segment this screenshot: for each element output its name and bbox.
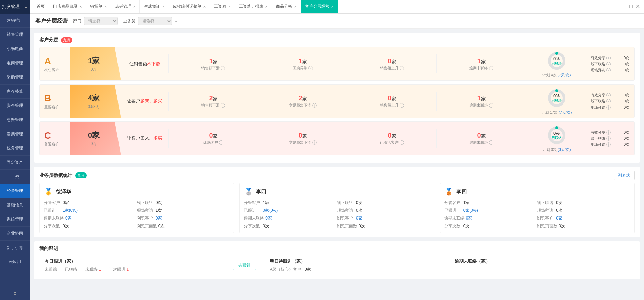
tier-slogan-C: 让客户回来、多买 [121, 122, 168, 155]
sales-select[interactable]: 请选择 [138, 17, 172, 25]
sidebar-item-税务管理[interactable]: 税务管理 [0, 141, 30, 156]
metric-销售额下滑[interactable]: 1家 销售额下滑 i [168, 54, 258, 73]
sp-stat-分享次数: 分享次数0次 [44, 223, 137, 229]
today-followup-col: 今日跟进（家） 未跟踪 已联络 未联络 1 下次跟进 1 [39, 256, 224, 275]
info-icon[interactable]: i [400, 103, 404, 108]
tab-应收应付调整单[interactable]: 应收应付调整单× [169, 0, 210, 14]
info-icon[interactable]: i [308, 66, 313, 70]
sidebar-item-销售管理[interactable]: 销售管理 [0, 28, 30, 42]
metric-交易频次下滑[interactable]: 0家 交易频次下滑 i [258, 129, 347, 148]
sidebar-item-企业协同[interactable]: 企业协同 [0, 227, 30, 241]
tab-close-店铺管理[interactable]: × [133, 5, 135, 9]
sp-stat-分享次数: 分享次数0次 [444, 223, 537, 229]
sidebar-item-小畅电商[interactable]: 小畅电商 [0, 42, 30, 56]
plan-link-C[interactable]: (0天/次) [558, 147, 571, 152]
sp-stat-val[interactable]: 0家(0%) [263, 208, 278, 213]
tier-trapezoid-C: 0家 0万 [70, 122, 121, 155]
sidebar-collapse-icon[interactable]: ▲ [24, 5, 28, 9]
tab-店铺管理[interactable]: 店铺管理× [111, 0, 140, 14]
info-icon[interactable]: i [400, 66, 404, 70]
metric-回购异常[interactable]: 1家 回购异常 i [258, 54, 347, 73]
plan-link-B[interactable]: (7天/次) [559, 110, 572, 114]
sp-stat-val: 1家 [463, 200, 470, 206]
sidebar-gear-icon[interactable]: ⚙ [0, 287, 30, 300]
tab-close-工资统计报表[interactable]: × [265, 5, 267, 9]
filter-more-icon[interactable]: ··· [175, 18, 179, 24]
metric-销售额下滑[interactable]: 2家 销售额下滑 i [168, 92, 258, 111]
customer-tiers-month: 九月 [61, 37, 72, 43]
info-icon[interactable]: i [489, 140, 493, 145]
tab-close-工资表[interactable]: × [228, 5, 230, 9]
info-icon[interactable]: i [400, 140, 404, 145]
info-icon[interactable]: i [312, 140, 317, 145]
sp-stat-label: 分享次数 [444, 223, 462, 229]
info-icon[interactable]: i [489, 103, 493, 108]
tab-销货单[interactable]: 销货单× [86, 0, 111, 14]
tab-客户分层经营[interactable]: 客户分层经营× [301, 0, 338, 14]
tab-工资表[interactable]: 工资表× [210, 0, 235, 14]
sp-stat-val[interactable]: 0家 [156, 215, 162, 221]
sidebar-item-采购管理[interactable]: 采购管理 [0, 70, 30, 85]
sp-stat-label: 线下联络 [337, 200, 355, 206]
metric-逾期未联络[interactable]: 1家 逾期未联络 i [436, 92, 526, 111]
sidebar-top[interactable]: 批发管理 ▲ [0, 0, 30, 14]
metric-销售额上升[interactable]: 0家 销售额上升 i [347, 92, 436, 111]
sidebar-item-资金管理[interactable]: 资金管理 [0, 99, 30, 113]
info-icon[interactable]: i [219, 140, 223, 145]
followup-title: 我的跟进 [39, 246, 58, 252]
plan-link-A[interactable]: (7天/次) [558, 73, 571, 77]
info-icon[interactable]: i [489, 66, 493, 70]
sidebar-item-营销推广[interactable]: 营销推广 [0, 14, 30, 28]
metric-逾期未联络[interactable]: 1家 逾期未联络 i [436, 54, 526, 73]
sp-stat-分管客户: 分管客户1家 [444, 200, 537, 206]
dept-select[interactable]: 请选择 [84, 17, 118, 25]
sidebar-item-总账管理[interactable]: 总账管理 [0, 113, 30, 127]
tab-close-生成凭证[interactable]: × [162, 5, 164, 9]
goto-followup-button[interactable]: 去跟进 [233, 261, 256, 270]
window-close-icon[interactable]: ✕ [636, 3, 640, 10]
metric-交易频次下滑[interactable]: 2家 交易频次下滑 i [258, 92, 347, 111]
sp-stat-val[interactable]: 0家 [356, 215, 362, 221]
sp-stat-val[interactable]: 0家(0%) [463, 208, 478, 213]
sidebar-item-发票管理[interactable]: 发票管理 [0, 127, 30, 141]
tab-生成凭证[interactable]: 生成凭证× [140, 0, 169, 14]
tab-close-门店商品目录[interactable]: × [80, 5, 82, 9]
tab-close-商品分析[interactable]: × [294, 5, 296, 9]
stat-line-线下联络: 线下联络 i0次 [591, 62, 631, 67]
sidebar-item-新手引导[interactable]: 新手引导 [0, 241, 30, 255]
tier-metrics-B: 2家 销售额下滑 i 2家 交易频次下滑 i 0家 销售额上升 i 1家 逾期未… [168, 85, 526, 118]
sidebar-item-基础信息[interactable]: 基础信息 [0, 198, 30, 212]
tab-商品分析[interactable]: 商品分析× [272, 0, 301, 14]
sidebar-item-库存核算[interactable]: 库存核算 [0, 85, 30, 99]
tab-工资统计报表[interactable]: 工资统计报表× [235, 0, 272, 14]
tab-门店商品目录[interactable]: 门店商品目录× [49, 0, 86, 14]
info-icon[interactable]: i [221, 66, 225, 70]
tab-close-销货单[interactable]: × [104, 5, 106, 9]
window-minimize-icon[interactable]: — [621, 4, 627, 10]
sidebar-item-云应用[interactable]: 云应用 [0, 255, 30, 269]
tab-首页[interactable]: 首页 [33, 0, 49, 14]
sidebar-item-经营管理[interactable]: 经营管理 [0, 184, 30, 198]
info-icon[interactable]: i [221, 103, 225, 108]
metric-销售额上升[interactable]: 0家 销售额上升 i [347, 54, 436, 73]
sidebar: 批发管理 ▲ 营销推广销售管理小畅电商电商管理采购管理库存核算资金管理总账管理发… [0, 0, 30, 300]
metric-休眠客户[interactable]: 0家 休眠客户 i [168, 129, 258, 148]
sidebar-item-固定资产[interactable]: 固定资产 [0, 156, 30, 170]
sp-stat-val[interactable]: 0家 [556, 215, 562, 221]
sp-stat-val[interactable]: 0家 [466, 215, 472, 221]
metric-逾期未联络[interactable]: 0家 逾期未联络 i [436, 129, 526, 148]
sp-stat-val[interactable]: 0家 [65, 215, 72, 221]
list-view-button[interactable]: 列表式 [614, 171, 635, 180]
stat-label: 线下联络 i [591, 136, 611, 141]
tab-close-应收应付调整单[interactable]: × [203, 5, 206, 9]
sidebar-item-电商管理[interactable]: 电商管理 [0, 56, 30, 70]
sp-stat-val[interactable]: 1家(0%) [63, 208, 78, 213]
sidebar-item-系统管理[interactable]: 系统管理 [0, 212, 30, 227]
tab-close-客户分层经营[interactable]: × [331, 5, 334, 9]
info-icon[interactable]: i [312, 103, 317, 108]
sp-stat-val[interactable]: 0家 [265, 215, 272, 221]
sidebar-item-工资[interactable]: 工资 [0, 170, 30, 184]
metric-已激活客户[interactable]: 0家 已激活客户 i [347, 129, 436, 148]
window-restore-icon[interactable]: □ [629, 4, 633, 10]
sp-stat-label: 现场拜访 [137, 208, 154, 213]
